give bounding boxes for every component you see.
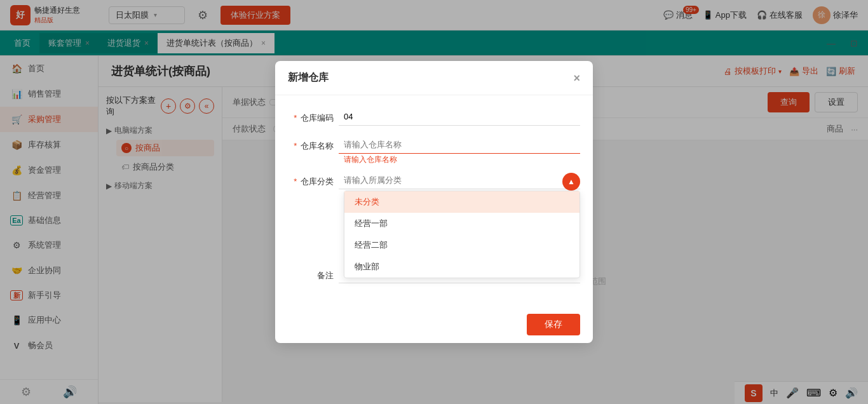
dropdown-item-0[interactable]: 未分类 <box>344 191 580 213</box>
modal-backdrop: 新增仓库 × * 仓库编码 * 仓库名称 请输入仓库名称 <box>0 0 868 404</box>
classify-wrapper: ▲ <box>339 172 580 189</box>
code-label: * 仓库编码 <box>288 108 339 124</box>
modal-header: 新增仓库 × <box>275 61 593 95</box>
name-label: * 仓库名称 <box>288 136 339 152</box>
dropdown-item-1[interactable]: 经营一部 <box>344 213 580 234</box>
form-row-name: * 仓库名称 请输入仓库名称 <box>288 136 580 154</box>
form-row-code: * 仓库编码 <box>288 108 580 126</box>
modal-title: 新增仓库 <box>288 71 329 84</box>
classify-label: * 仓库分类 <box>288 172 339 187</box>
code-input[interactable] <box>339 108 580 126</box>
dropdown-item-2[interactable]: 经营二部 <box>344 234 580 256</box>
classify-dropdown: 未分类 经营一部 经营二部 物业部 <box>344 191 580 278</box>
name-input[interactable] <box>339 136 580 154</box>
modal-footer: 保存 <box>275 306 593 343</box>
classify-input[interactable] <box>339 172 580 189</box>
note-label: 备注 <box>288 266 339 281</box>
dropdown-item-3[interactable]: 物业部 <box>344 256 580 278</box>
form-row-classify: * 仓库分类 ▲ 未分类 经营一部 经营二部 <box>288 172 580 189</box>
modal-body: * 仓库编码 * 仓库名称 请输入仓库名称 * 仓库分类 <box>275 95 593 306</box>
modal-new-warehouse: 新增仓库 × * 仓库编码 * 仓库名称 请输入仓库名称 <box>275 61 593 343</box>
save-btn[interactable]: 保存 <box>527 314 580 335</box>
name-error-text: 请输入仓库名称 <box>344 154 397 165</box>
modal-close-btn[interactable]: × <box>573 72 580 84</box>
classify-toggle-btn[interactable]: ▲ <box>562 173 580 191</box>
